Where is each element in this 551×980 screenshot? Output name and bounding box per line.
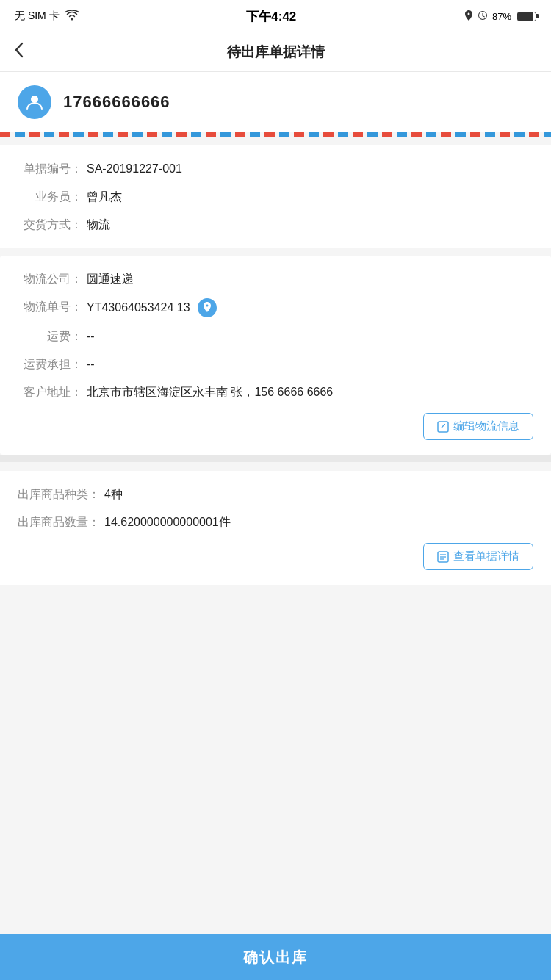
address-value: 北京市市辖区海淀区永丰南 张，156 6666 6666 — [87, 383, 533, 401]
logistics-section: 物流公司： 圆通速递 物流单号： YT43064053424 13 运费： --… — [0, 256, 551, 455]
order-no-label: 单据编号： — [18, 160, 82, 178]
freight-bearer-value: -- — [87, 356, 533, 373]
freight-bearer-row: 运费承担： -- — [18, 356, 533, 373]
view-detail-btn-row: 查看单据详情 — [18, 543, 533, 570]
customer-header: 17666666666 — [0, 72, 551, 132]
edit-logistics-button[interactable]: 编辑物流信息 — [423, 413, 533, 440]
freight-bearer-label: 运费承担： — [18, 356, 82, 373]
order-no-value: SA-20191227-001 — [87, 160, 533, 178]
type-count-row: 出库商品种类： 4种 — [18, 486, 533, 503]
view-detail-button[interactable]: 查看单据详情 — [423, 543, 533, 570]
tracking-no-row: 物流单号： YT43064053424 13 — [18, 298, 533, 317]
sim-label: 无 SIM 卡 — [15, 10, 60, 23]
status-bar: 无 SIM 卡 下午4:42 87% — [0, 0, 551, 32]
page-title: 待出库单据详情 — [227, 43, 325, 62]
status-time: 下午4:42 — [246, 8, 296, 25]
salesperson-label: 业务员： — [18, 188, 82, 206]
order-no-row: 单据编号： SA-20191227-001 — [18, 160, 533, 178]
delivery-method-label: 交货方式： — [18, 216, 82, 234]
confirm-button[interactable]: 确认出库 — [0, 934, 551, 980]
customer-phone: 17666666666 — [63, 93, 170, 112]
order-basic-info: 单据编号： SA-20191227-001 业务员： 曾凡杰 交货方式： 物流 — [0, 145, 551, 248]
freight-row: 运费： -- — [18, 328, 533, 345]
address-label: 客户地址： — [18, 383, 82, 401]
company-value: 圆通速递 — [87, 270, 533, 288]
goods-section: 出库商品种类： 4种 出库商品数量： 14.620000000000001件 查… — [0, 471, 551, 585]
type-count-value: 4种 — [104, 486, 533, 503]
wifi-icon — [65, 10, 79, 23]
svg-point-0 — [31, 96, 38, 103]
location-icon — [464, 10, 473, 23]
quantity-value: 14.620000000000001件 — [104, 514, 533, 531]
type-count-label: 出库商品种类： — [18, 486, 100, 503]
freight-value: -- — [87, 328, 533, 345]
quantity-label: 出库商品数量： — [18, 514, 100, 531]
address-row: 客户地址： 北京市市辖区海淀区永丰南 张，156 6666 6666 — [18, 383, 533, 401]
salesperson-value: 曾凡杰 — [87, 188, 533, 206]
back-button[interactable] — [15, 36, 32, 68]
map-pin-icon[interactable] — [198, 298, 217, 317]
dashed-divider — [0, 132, 551, 137]
avatar — [18, 85, 51, 119]
edit-logistics-btn-row: 编辑物流信息 — [18, 413, 533, 440]
alarm-icon — [478, 10, 488, 23]
bottom-space — [0, 585, 551, 644]
section-separator — [0, 455, 551, 462]
tracking-no-value: YT43064053424 13 — [87, 298, 533, 317]
status-left: 无 SIM 卡 — [15, 10, 79, 23]
tracking-no-label: 物流单号： — [18, 298, 82, 316]
delivery-method-value: 物流 — [87, 216, 533, 234]
quantity-row: 出库商品数量： 14.620000000000001件 — [18, 514, 533, 531]
company-label: 物流公司： — [18, 270, 82, 288]
salesperson-row: 业务员： 曾凡杰 — [18, 188, 533, 206]
battery-label: 87% — [492, 11, 511, 22]
delivery-method-row: 交货方式： 物流 — [18, 216, 533, 234]
company-row: 物流公司： 圆通速递 — [18, 270, 533, 288]
nav-bar: 待出库单据详情 — [0, 32, 551, 72]
battery-icon — [517, 12, 536, 21]
status-right: 87% — [464, 10, 536, 23]
freight-label: 运费： — [18, 328, 82, 345]
